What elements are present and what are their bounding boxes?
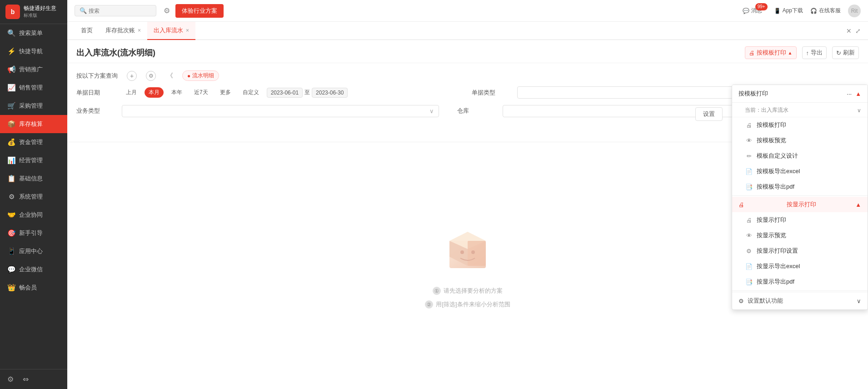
business-type-select[interactable]: ∨ [122, 105, 439, 117]
date-separator: 至 [304, 89, 310, 96]
dropdown-item-display-export-excel[interactable]: 📄 按显示导出excel [732, 259, 868, 274]
dropdown-header: 按模板打印 ··· ▲ [732, 85, 868, 103]
date-last7-btn[interactable]: 近7天 [190, 87, 212, 98]
tab-batch-account-label: 库存批次账 [105, 26, 135, 35]
dropdown-item-display-print[interactable]: 🖨 按显示打印 [732, 212, 868, 228]
template-print-label: 按模板打印 [757, 49, 786, 57]
date-current-year-btn[interactable]: 本年 [167, 87, 186, 98]
sidebar-item-wechat[interactable]: 💬 企业微信 [0, 260, 67, 279]
action-buttons-area: 设置 [695, 107, 723, 121]
header-gear-icon[interactable]: ⚙ [164, 6, 170, 15]
tab-batch-account-close[interactable]: × [138, 27, 141, 34]
sidebar-item-purchase[interactable]: 🛒 采购管理 [0, 97, 67, 115]
user-avatar-item[interactable]: Rit [848, 5, 861, 17]
close-tab-btn[interactable]: ✕ [846, 27, 852, 35]
header-search-area[interactable]: 🔍 [75, 5, 156, 16]
sidebar-item-member[interactable]: 👑 畅会员 [0, 279, 67, 297]
sidebar-item-label: 基础信息 [19, 175, 43, 183]
logo-badge: 标准版 [24, 12, 56, 19]
message-item[interactable]: 💬 消息 99+ [743, 7, 762, 15]
settings-icon[interactable]: ⚙ [7, 375, 14, 384]
online-service-item[interactable]: 🎧 在线客服 [810, 7, 841, 15]
display-print-label: 按显示打印 [757, 216, 786, 224]
export-icon: ↑ [806, 50, 809, 56]
search-input[interactable] [89, 8, 148, 14]
export-button[interactable]: ↑ 导出 [802, 46, 827, 59]
filter-collapse-btn[interactable]: 《 [167, 72, 173, 80]
filter-row-1: 按以下方案查询 + ⚙ 《 ● 流水明细 [76, 70, 859, 81]
handshake-icon: 🤝 [7, 211, 15, 219]
dropdown-divider-2 [732, 290, 868, 291]
dropdown-arrow-up[interactable]: ▲ [855, 90, 861, 97]
headset-icon: 🎧 [810, 8, 817, 14]
template-design-item-label: 模板自定义设计 [757, 152, 798, 160]
printer-icon-2: 🖨 [745, 217, 753, 224]
settings-button[interactable]: 设置 [695, 107, 723, 121]
eye-icon-2: 👁 [745, 232, 753, 239]
dropdown-item-template-export-pdf[interactable]: 📑 按模板导出pdf [732, 179, 868, 194]
date-prev-month-btn[interactable]: 上月 [122, 87, 141, 98]
tab-batch-account[interactable]: 库存批次账 × [99, 22, 147, 40]
sidebar-item-quick-nav[interactable]: ⚡ 快捷导航 [0, 42, 67, 60]
sidebar-item-label: 营销推广 [19, 65, 43, 74]
tab-flow[interactable]: 出入库流水 × [147, 22, 195, 40]
sidebar-item-search[interactable]: 🔍 搜索菜单 [0, 24, 67, 42]
display-section-arrow[interactable]: ▲ [855, 201, 861, 208]
sidebar-item-operation[interactable]: 📊 经营管理 [0, 151, 67, 170]
date-custom-btn[interactable]: 自定义 [239, 87, 263, 98]
empty-hint-2: ② 用[筛选]条件来缩小分析范围 [425, 300, 510, 309]
dropdown-ellipsis[interactable]: ··· [847, 90, 852, 97]
sidebar-item-label: 资金管理 [19, 138, 43, 146]
page-actions: 🖨 按模板打印 ▲ ↑ 导出 ↻ 刷新 [745, 46, 859, 59]
sidebar-item-inventory[interactable]: 📦 库存核算 [0, 115, 67, 133]
display-preview-label: 按显示预览 [757, 231, 786, 239]
collapse-sidebar-icon[interactable]: ⇔ [23, 375, 29, 384]
dropdown-item-template-design[interactable]: ✏ 模板自定义设计 [732, 148, 868, 164]
trial-button[interactable]: 体验行业方案 [175, 4, 224, 18]
dropdown-item-template-preview[interactable]: 👁 按模板预览 [732, 133, 868, 148]
sidebar-item-label: 应用中心 [19, 247, 43, 255]
tab-flow-label: 出入库流水 [154, 26, 183, 35]
tab-home[interactable]: 首页 [75, 22, 99, 40]
filter-tag[interactable]: ● 流水明细 [182, 70, 219, 81]
date-from-input[interactable]: 2023-06-01 [267, 88, 303, 98]
dropdown-item-display-print-settings[interactable]: ⚙ 按显示打印设置 [732, 243, 868, 259]
display-section-icon: 🖨 [738, 201, 744, 208]
voucher-type-label: 单据类型 [472, 89, 508, 97]
dropdown-item-template-print[interactable]: 🖨 按模板打印 [732, 117, 868, 133]
date-current-month-btn[interactable]: 本月 [145, 87, 164, 98]
tabs-right-actions: ✕ ⤢ [846, 27, 861, 35]
logo-icon: b [5, 5, 20, 19]
date-more-btn[interactable]: 更多 [216, 87, 235, 98]
date-to-input[interactable]: 2023-06-30 [312, 88, 348, 98]
sidebar-item-app-center[interactable]: 📱 应用中心 [0, 242, 67, 260]
dropdown-item-template-export-excel[interactable]: 📄 按模板导出excel [732, 164, 868, 179]
current-template-arrow[interactable]: ∨ [857, 107, 861, 114]
expand-tab-btn[interactable]: ⤢ [855, 27, 861, 35]
sidebar-item-marketing[interactable]: 📢 营销推广 [0, 60, 67, 79]
phone-icon: 📱 [774, 8, 781, 14]
refresh-button[interactable]: ↻ 刷新 [832, 46, 859, 59]
avatar: Rit [848, 5, 861, 17]
filter-settings-button[interactable]: ⚙ [146, 71, 156, 81]
sidebar-item-system[interactable]: ⚙ 系统管理 [0, 188, 67, 206]
app-download-label: App下载 [783, 7, 803, 15]
money-icon: 💰 [7, 138, 15, 146]
sidebar-item-finance[interactable]: 💰 资金管理 [0, 133, 67, 151]
date-range-row: 上月 本月 本年 近7天 更多 自定义 2023-06-01 至 2023-06… [122, 87, 454, 98]
app-download-item[interactable]: 📱 App下载 [774, 7, 803, 15]
tab-flow-close[interactable]: × [186, 27, 189, 34]
dropdown-item-display-export-pdf[interactable]: 📑 按显示导出pdf [732, 274, 868, 289]
dropdown-footer[interactable]: ⚙ 设置默认功能 ∨ [732, 292, 868, 309]
dropdown-item-display-preview[interactable]: 👁 按显示预览 [732, 228, 868, 243]
tab-home-label: 首页 [81, 26, 93, 35]
sidebar-item-basic[interactable]: 📋 基础信息 [0, 170, 67, 188]
sidebar-item-guide[interactable]: 🎯 新手引导 [0, 224, 67, 242]
template-print-button[interactable]: 🖨 按模板打印 ▲ [745, 46, 797, 59]
sidebar-item-sales[interactable]: 📈 销售管理 [0, 79, 67, 97]
current-template-label: 当前：出入库流水 [745, 106, 788, 114]
page-title: 出入库流水(流水明细) [76, 47, 155, 58]
template-export-pdf-label: 按模板导出pdf [757, 183, 794, 191]
sidebar-item-collab[interactable]: 🤝 企业协同 [0, 206, 67, 224]
filter-add-button[interactable]: + [127, 71, 137, 81]
